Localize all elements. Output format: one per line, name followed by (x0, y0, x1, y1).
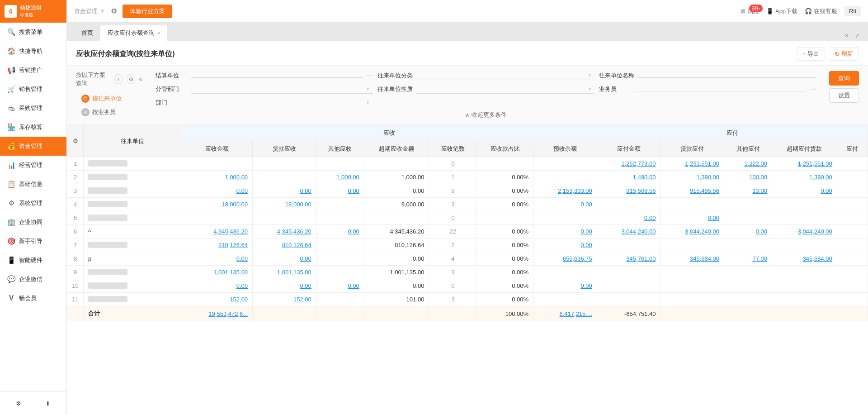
th-ysbishu: 应收笔数 (429, 141, 477, 157)
search-icon: 🔍 (7, 28, 15, 36)
sidebar-item-quicknav[interactable]: 🏠 快捷导航 (0, 42, 66, 61)
filter-collapse-area: ∧ 收起更多条件 (156, 111, 816, 119)
collapse-link[interactable]: ∧ 收起更多条件 (156, 111, 816, 119)
sidebar: 6 畅捷通财 标准版 🔍 搜索菜单 🏠 快捷导航 📢 营销推广 🛒 销售管理 🛍… (0, 0, 67, 415)
fenguang-select[interactable]: ▼ (191, 85, 373, 94)
app-download-button[interactable]: 📱 App下载 (766, 7, 797, 15)
th-wanglai: 往来单位 (84, 125, 182, 157)
operation-icon: 📊 (7, 161, 15, 169)
th-yingshou-group: 应收 (182, 125, 597, 141)
tab-receivable[interactable]: 应收应付余额查询 × (100, 25, 167, 41)
xingzhi-select[interactable]: ▼ (416, 85, 595, 94)
filter-collapse-button[interactable]: « (139, 76, 142, 83)
wanglai-fenlei-label: 往来单位分类 (377, 72, 413, 80)
sidebar-bottom-settings[interactable]: ⚙ (13, 397, 24, 410)
export-button[interactable]: ↑ 导出 (797, 47, 826, 61)
sidebar-item-purchase[interactable]: 🛍 采购管理 (0, 99, 66, 118)
sidebar-item-guide[interactable]: 🎯 新手引导 (0, 232, 66, 251)
sidebar-label-inventory: 库存核算 (19, 123, 42, 131)
th-dkyf: 贷款应付 (660, 141, 724, 157)
table-gear-icon[interactable]: ⚙ (73, 138, 78, 144)
window-close-button[interactable]: ✕ (843, 32, 850, 39)
solution-button[interactable]: 体验行业方案 (123, 5, 172, 18)
wanglai-fenlei-select[interactable]: ▼ (416, 71, 595, 80)
settings-button[interactable]: 设置 (829, 88, 859, 103)
online-service-button[interactable]: 🎧 在线客服 (805, 7, 837, 15)
refresh-button[interactable]: ↻ 刷新 (829, 47, 859, 61)
filter-row-xingzhi: 往来单位性质 ▼ (377, 85, 595, 94)
dept-select[interactable]: ▼ (191, 98, 373, 107)
th-cqyfhk: 超期应付货款 (772, 141, 837, 157)
chevron-down-icon: ▼ (99, 8, 105, 14)
filter-add-button[interactable]: + (114, 74, 123, 84)
sidebar-item-operation[interactable]: 📊 经营管理 (0, 156, 66, 175)
page-header: 应收应付余额查询(按往来单位) ↑ 导出 ↻ 刷新 (67, 41, 868, 66)
corp-icon: 🏢 (7, 218, 15, 226)
sidebar-item-marketing[interactable]: 📢 营销推广 (0, 61, 66, 80)
tab-receivable-label: 应收应付余额查询 (108, 29, 155, 37)
th-cqysje: 超期应收金额 (364, 141, 429, 157)
sidebar-bottom-pause[interactable]: ⏸ (42, 397, 54, 410)
sidebar-label-purchase: 采购管理 (19, 104, 42, 112)
yewuyuan-dots-icon[interactable]: ··· (811, 85, 816, 93)
sidebar-item-sales[interactable]: 🛒 销售管理 (0, 80, 66, 99)
filter-row-dept: 部门 ▼ (156, 98, 373, 107)
yewuyuan-input[interactable] (634, 87, 807, 91)
page-title: 应收应付余额查询(按往来单位) (76, 49, 175, 59)
filter-row-fenguang: 分管部门 ▼ (156, 85, 373, 94)
sidebar-label-search: 搜索菜单 (19, 28, 42, 36)
query-btn-group: 查询 设置 (829, 71, 859, 119)
sidebar-item-basic[interactable]: 📋 基础信息 (0, 175, 66, 194)
breadcrumb-text: 资金管理 (74, 7, 98, 15)
sidebar-item-weixin[interactable]: 💬 企业微信 (0, 270, 66, 289)
wanglai-name-input[interactable] (638, 74, 816, 78)
tab-home[interactable]: 首页 (74, 25, 100, 41)
topbar: 资金管理 ▼ ⚙ 体验行业方案 ✉ 消息 99+ 📱 App下载 🎧 在线客服 … (67, 0, 868, 23)
filter-rows: 结算单位 ··· 往来单位分类 ▼ 往来单位名称 (156, 71, 816, 107)
basic-icon: 📋 (7, 180, 15, 188)
message-badge: 99+ (749, 5, 763, 12)
filter-row-yewuyuan: 业务员 ··· (599, 85, 816, 94)
topbar-gear-icon[interactable]: ⚙ (111, 7, 117, 15)
sidebar-item-corp[interactable]: 🏢 企业协同 (0, 213, 66, 232)
collapse-up-icon: ∧ (465, 112, 470, 119)
message-button[interactable]: ✉ 消息 99+ (741, 7, 759, 15)
sidebar-item-search[interactable]: 🔍 搜索菜单 (0, 23, 66, 42)
jiesuan-dots-icon[interactable]: ··· (367, 72, 373, 80)
jiesuan-input[interactable] (191, 74, 363, 78)
topbar-right: ✉ 消息 99+ 📱 App下载 🎧 在线客服 Rit (741, 6, 861, 16)
table-area[interactable]: ⚙ 往来单位 应收 应付 应收金额 贷款应收 其他应收 超期应收金额 应收笔数 … (67, 125, 868, 415)
filter-setting-button[interactable]: ⊙ (127, 74, 135, 84)
logo-text: 畅捷通财 (20, 5, 42, 12)
sidebar-label-guide: 新手引导 (19, 237, 42, 245)
sidebar-item-inventory[interactable]: 🏪 库存核算 (0, 118, 66, 137)
th-yf-extra: 应付 (837, 141, 868, 157)
window-maximize-button[interactable]: ⤢ (854, 32, 861, 39)
sidebar-label-hardware: 智能硬件 (19, 256, 42, 264)
yewuyuan-label: 业务员 (599, 85, 631, 93)
th-dkys: 贷款应收 (253, 141, 316, 157)
filter-option-unit[interactable]: 往 按往来单位 (76, 92, 142, 105)
system-icon: ⚙ (7, 199, 15, 207)
sidebar-item-member[interactable]: V 畅会员 (0, 289, 66, 308)
filter-option-salesman[interactable]: 按 按业务员 (76, 105, 142, 119)
filter-unit-icon: 往 (81, 95, 90, 103)
dept-label: 部门 (156, 99, 187, 107)
settings-bottom-icon: ⚙ (16, 400, 21, 407)
hardware-icon: 📱 (7, 256, 15, 264)
pause-icon: ⏸ (45, 400, 51, 407)
sidebar-item-hardware[interactable]: 📱 智能硬件 (0, 251, 66, 270)
table-row: 6^4,345,436.204,345,436.200.004,345,436.… (67, 225, 868, 239)
query-button[interactable]: 查询 (829, 71, 859, 86)
sidebar-item-system[interactable]: ⚙ 系统管理 (0, 194, 66, 213)
fenguang-label: 分管部门 (156, 85, 187, 93)
sidebar-item-finance[interactable]: 💰 资金管理 (0, 137, 66, 156)
data-table: ⚙ 往来单位 应收 应付 应收金额 贷款应收 其他应收 超期应收金额 应收笔数 … (67, 125, 868, 321)
table-total-row: 合计19,553,472,6...100.00%6,417,215....-65… (67, 306, 868, 321)
user-info[interactable]: Rit (844, 6, 861, 16)
page: 应收应付余额查询(按往来单位) ↑ 导出 ↻ 刷新 按以下方案查询 + (67, 41, 868, 415)
filter-row-jiesuan: 结算单位 ··· (156, 71, 373, 80)
tab-close-icon[interactable]: × (157, 30, 160, 36)
th-setting[interactable]: ⚙ (67, 125, 84, 157)
fenguang-chevron-icon: ▼ (366, 86, 370, 91)
